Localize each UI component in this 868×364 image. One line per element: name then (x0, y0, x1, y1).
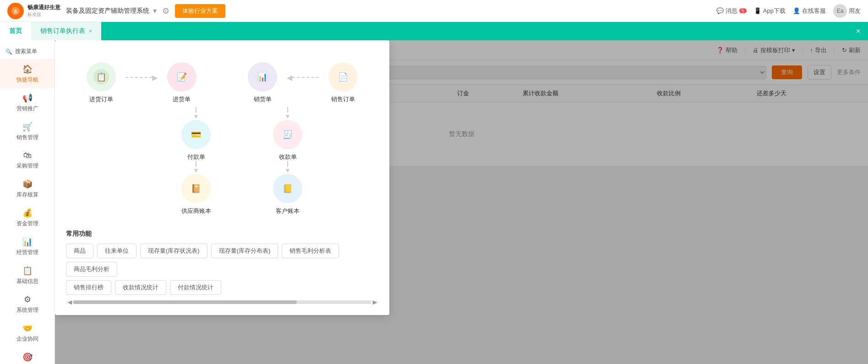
func-btn-product-profit[interactable]: 商品毛利分析 (66, 262, 117, 277)
purchase-receipt-icon: 📝 (167, 62, 197, 92)
supplier-account-icon: 📔 (181, 174, 211, 203)
dropdown-icon[interactable]: ▾ (153, 6, 157, 15)
flow-node-sales-order[interactable]: 📊 销货单 (238, 62, 287, 103)
basic-info-icon: 📋 (22, 266, 33, 276)
try-button[interactable]: 体验行业方案 (175, 4, 225, 18)
nav-close-button[interactable]: × (856, 27, 861, 36)
func-buttons-row2: 销售排行榜 收款情况统计 付款情况统计 (66, 280, 378, 295)
flow-node-customer-account[interactable]: 📒 客户账本 (260, 174, 315, 215)
func-btn-payment-stats[interactable]: 付款情况统计 (170, 280, 221, 295)
main-layout: 🔍 搜索菜单 🏠 快捷导航 📢 营销推广 🛒 销售管理 🛍 采购管理 📦 库存核… (0, 40, 868, 364)
svg-text:6: 6 (14, 9, 17, 14)
sidebar-item-purchase[interactable]: 🛍 采购管理 (0, 146, 55, 174)
tab-sales-label: 销售订单执行表 (40, 27, 85, 35)
arrow-purchase-to-receipt: ▶ (126, 73, 158, 93)
logo-area: 6 畅康通好生意 标准版 (7, 3, 62, 19)
sidebar-item-finance[interactable]: 💰 资金管理 (0, 203, 55, 232)
func-buttons-row1: 商品 往来单位 现存量(库存状况表) 现存量(库存分布表) 销售毛利分析表 商品… (66, 244, 378, 277)
nav-tabs: 首页 销售订单执行表 × × (0, 22, 868, 40)
func-btn-receipt-stats[interactable]: 收款情况统计 (115, 280, 166, 295)
tab-home[interactable]: 首页 (0, 22, 31, 40)
sidebar-item-operations[interactable]: 📊 经营管理 (0, 232, 55, 261)
sidebar-item-label: 库存核算 (16, 191, 38, 199)
sales-icon: 🛒 (22, 122, 33, 132)
message-badge: 5 (739, 8, 747, 13)
func-btn-inventory-dist[interactable]: 现存量(库存分布表) (211, 244, 278, 258)
sidebar-item-sales[interactable]: 🛒 销售管理 (0, 117, 55, 146)
sidebar-item-label: 企业协同 (16, 335, 38, 343)
sidebar-item-newbie[interactable]: 🎯 新手引导 (0, 348, 55, 364)
top-right: 💬 消息 5 📱 App下载 👤 在线客服 Ea 用友 (716, 4, 861, 18)
sidebar: 🔍 搜索菜单 🏠 快捷导航 📢 营销推广 🛒 销售管理 🛍 采购管理 📦 库存核… (0, 40, 55, 364)
app-icon: 📱 (754, 7, 761, 14)
func-btn-product[interactable]: 商品 (66, 244, 93, 258)
service-icon: 👤 (793, 7, 800, 14)
sidebar-search[interactable]: 🔍 搜索菜单 (0, 44, 55, 60)
modal-overlay: 📋 进货订单 ▶ (55, 40, 868, 364)
flow-node-payment[interactable]: 💳 付款单 (169, 120, 224, 161)
flow-node-purchase-order[interactable]: 📋 进货订单 (77, 62, 126, 103)
func-btn-sales-profit-analysis[interactable]: 销售毛利分析表 (282, 244, 339, 258)
svg-text:📄: 📄 (338, 72, 349, 82)
svg-text:📒: 📒 (283, 184, 293, 194)
svg-text:📋: 📋 (96, 72, 107, 82)
flow-node-purchase-receipt[interactable]: 📝 进货单 (158, 62, 206, 103)
content-area: ❓ 帮助 🖨 按模板打印 ▾ ↑ 导出 ↻ 刷新 📅 (55, 40, 868, 364)
purchase-order-label: 进货订单 (89, 95, 113, 103)
sidebar-item-marketing[interactable]: 📢 营销推广 (0, 88, 55, 117)
quick-guide-modal: 📋 进货订单 ▶ (55, 40, 389, 315)
sidebar-item-label: 经营管理 (16, 249, 38, 256)
sidebar-item-label: 快捷导航 (16, 76, 38, 84)
customer-account-icon: 📒 (273, 174, 302, 203)
sidebar-item-inventory[interactable]: 📦 库存核算 (0, 174, 55, 203)
flow-node-supplier-account[interactable]: 📔 供应商账本 (169, 174, 224, 215)
scroll-right-arrow[interactable]: ▶ (371, 299, 378, 306)
scrollbar-track (73, 300, 371, 304)
sales-order-label: 销货单 (254, 95, 272, 103)
arrow-sales-to-sales-order: ◀ (287, 73, 319, 93)
scrollbar-thumb[interactable] (73, 300, 297, 304)
app-download-item[interactable]: 📱 App下载 (754, 7, 786, 15)
supplier-account-label: 供应商账本 (181, 207, 211, 215)
message-item[interactable]: 💬 消息 5 (716, 7, 747, 15)
user-name: 用友 (849, 7, 861, 15)
logo-text: 畅康通好生意 标准版 (27, 4, 60, 18)
sidebar-item-basic-info[interactable]: 📋 基础信息 (0, 261, 55, 290)
sidebar-item-label: 销售管理 (16, 134, 38, 141)
sidebar-item-collab[interactable]: 🤝 企业协同 (0, 319, 55, 348)
sidebar-item-quick-nav[interactable]: 🏠 快捷导航 (0, 60, 55, 88)
payment-label: 付款单 (187, 153, 205, 161)
func-btn-inventory-status[interactable]: 现存量(库存状况表) (140, 244, 207, 258)
svg-text:📊: 📊 (257, 72, 268, 82)
scroll-left-arrow[interactable]: ◀ (66, 299, 73, 306)
message-icon: 💬 (716, 7, 724, 14)
sidebar-item-label: 资金管理 (16, 220, 38, 228)
user-item[interactable]: Ea 用友 (833, 4, 861, 18)
system-title-area: 装备及固定资产辅助管理系统 ▾ ⚙ 体验行业方案 (66, 4, 716, 18)
sidebar-item-label: 系统管理 (16, 306, 38, 314)
flow-node-receipt[interactable]: 🧾 收款单 (260, 120, 315, 161)
func-btn-counterpart[interactable]: 往来单位 (97, 244, 136, 258)
sidebar-item-label: 基础信息 (16, 277, 38, 285)
online-service-label: 在线客服 (802, 7, 826, 15)
receipt-icon: 🧾 (273, 120, 302, 149)
sidebar-item-system[interactable]: ⚙ 系统管理 (0, 290, 55, 319)
purchase-icon: 🛍 (23, 151, 32, 160)
purchase-receipt-label: 进货单 (173, 95, 191, 103)
marketing-icon: 📢 (22, 93, 33, 103)
sidebar-item-label: 采购管理 (16, 162, 38, 170)
app-download-label: App下载 (763, 7, 786, 15)
settings-icon[interactable]: ⚙ (162, 6, 169, 16)
customer-account-label: 客户账本 (276, 207, 300, 215)
svg-text:🧾: 🧾 (283, 130, 293, 140)
inventory-icon: 📦 (22, 179, 33, 189)
modal-scrollbar[interactable]: ◀ ▶ (66, 300, 378, 304)
online-service-item[interactable]: 👤 在线客服 (793, 7, 826, 15)
system-title: 装备及固定资产辅助管理系统 (66, 7, 149, 15)
tab-close-icon[interactable]: × (89, 28, 92, 34)
tab-sales-order[interactable]: 销售订单执行表 × (31, 22, 101, 40)
common-functions: 常用功能 商品 往来单位 现存量(库存状况表) 现存量(库存分布表) 销售毛利分… (66, 230, 378, 295)
func-btn-sales-ranking[interactable]: 销售排行榜 (66, 280, 111, 295)
collab-icon: 🤝 (22, 323, 33, 333)
flow-node-sales-purchase-order[interactable]: 📄 销售订单 (319, 62, 367, 103)
